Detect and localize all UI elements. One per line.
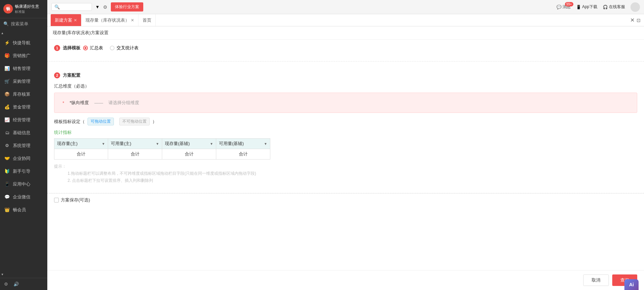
tab-expand-icon[interactable]: ⊡: [637, 18, 641, 23]
col-data-2: 合计: [162, 149, 216, 160]
headset-icon: 🎧: [603, 5, 608, 9]
summary-radio[interactable]: [83, 46, 88, 50]
sidebar-item-inventory[interactable]: 📦库存核算: [0, 88, 47, 101]
sidebar-item-wechat[interactable]: 💬企业微信: [0, 191, 47, 203]
tab-close-new-plan[interactable]: ✕: [74, 18, 77, 23]
col-header-1[interactable]: 可用量(主)▼: [108, 138, 162, 149]
sidebar-item-system[interactable]: ⚙系统管理: [0, 139, 47, 152]
messages-badge: 99+: [565, 2, 573, 6]
cancel-button[interactable]: 取消: [583, 274, 609, 286]
stats-table: 现存量(主)▼可用量(主)▼现存量(基辅)▼可用量(基辅)▼合计合计合计合计: [54, 138, 637, 160]
tip-0: 1.拖动标题栏可以调整布局，不可跨维度或指标区域拖动栏目字段(只能在同一维度或指…: [68, 171, 637, 176]
online-service-button[interactable]: 🎧 在线客服: [603, 4, 625, 10]
sidebar-item-finance[interactable]: 💰资金管理: [0, 101, 47, 114]
tab-label-inventory-status: 现存量（库存状况表）: [85, 17, 129, 23]
main-content: 🔍 ▼ ⚙ 体验行业方案 💬 消息 99+ 📱 App下载 🎧 在线客服 新建方…: [47, 0, 644, 290]
save-checkbox[interactable]: [54, 198, 59, 202]
stats-table-header-row: 现存量(主)▼可用量(主)▼现存量(基辅)▼可用量(基辅)▼: [54, 138, 637, 149]
save-option-row: 方案保存(可选): [47, 193, 644, 207]
col-name-3: 可用量(基辅): [219, 141, 244, 147]
nav-icon-appcenter: 📱: [4, 181, 10, 187]
cross-radio[interactable]: [110, 46, 115, 50]
nav-label-purchase: 采购管理: [13, 78, 30, 84]
user-avatar[interactable]: [630, 2, 640, 12]
step1-badge: 1: [54, 45, 60, 51]
col-data-3: 合计: [216, 149, 270, 160]
nav-label-newcomer: 新手引导: [13, 168, 30, 174]
sidebar-item-member[interactable]: 👑畅会员: [0, 203, 47, 216]
app-download-button[interactable]: 📱 App下载: [576, 4, 597, 10]
sidebar-item-quick-nav[interactable]: ⚡快捷导航: [0, 37, 47, 49]
sound-icon[interactable]: 🔊: [14, 282, 19, 287]
nav-icon-enterprise: 🤝: [4, 155, 10, 162]
ai-badge[interactable]: Ai: [624, 279, 639, 290]
message-icon: 💬: [556, 5, 562, 9]
indicator-settings-row: 模板指标设定（ 可拖动位置 不可拖动位置 ）: [54, 118, 637, 125]
nav-icon-marketing: 🎁: [4, 53, 10, 59]
col-chevron-0: ▼: [102, 142, 105, 146]
col-data-1: 合计: [108, 149, 162, 160]
tab-close-icon[interactable]: ✕: [630, 17, 635, 23]
gear-button[interactable]: ⚙: [103, 4, 107, 10]
save-option-label: 方案保存(可选): [61, 197, 90, 203]
col-header-0[interactable]: 现存量(主)▼: [54, 138, 108, 149]
nav-icon-quick-nav: ⚡: [4, 40, 10, 46]
settings-icon[interactable]: ⚙: [4, 282, 8, 287]
step2-section: 2 方案配置 汇总维度（必选） * *纵向维度 —— 请选择分组维度 模板指标设…: [47, 67, 644, 193]
nav-label-appcenter: 应用中心: [13, 181, 30, 187]
tab-new-plan[interactable]: 新建方案✕: [51, 14, 81, 26]
col-name-1: 可用量(主): [111, 141, 131, 147]
search-menu[interactable]: 🔍 搜索菜单: [0, 18, 47, 30]
topbar-search[interactable]: 🔍: [51, 3, 92, 11]
footer-bar: 取消 查询: [47, 270, 644, 290]
stats-table-data-row: 合计合计合计合计: [54, 149, 637, 160]
sidebar-logo: 畅 畅康通好生意 标准版: [0, 0, 47, 18]
tab-label-home: 首页: [143, 17, 151, 23]
dimension-area[interactable]: * *纵向维度 —— 请选择分组维度: [54, 93, 637, 113]
sidebar-item-marketing[interactable]: 🎁营销推广: [0, 49, 47, 62]
step2-badge: 2: [54, 72, 60, 78]
sidebar-item-basic[interactable]: 🗂基础信息: [0, 126, 47, 139]
sidebar-item-sales[interactable]: 📊销售管理: [0, 62, 47, 75]
stats-label: 统计指标: [54, 129, 637, 136]
search-input[interactable]: [61, 5, 88, 9]
dim-placeholder: 请选择分组维度: [108, 100, 139, 106]
col-name-2: 现存量(基辅): [165, 141, 190, 147]
app-logo-icon: 畅: [3, 4, 13, 14]
nav-icon-newcomer: 🔰: [4, 168, 10, 174]
page-title: 现存量(库存状况表)方案设置: [47, 26, 644, 40]
col-name-0: 现存量(主): [57, 141, 78, 147]
sidebar-item-purchase[interactable]: 🛒采购管理: [0, 75, 47, 88]
sidebar-item-newcomer[interactable]: 🔰新手引导: [0, 165, 47, 178]
draggable-tag: 可拖动位置: [88, 118, 114, 125]
sidebar-scroll-up[interactable]: ▲: [0, 30, 5, 37]
app-logo-text: 畅康通好生意 标准版: [15, 4, 39, 14]
messages-button[interactable]: 💬 消息 99+: [556, 4, 571, 10]
col-header-3[interactable]: 可用量(基辅)▼: [216, 138, 270, 149]
summary-dim-label: 汇总维度（必选）: [54, 83, 637, 89]
page-content: 现存量(库存状况表)方案设置 1 选择模板 汇总表 交叉统计表: [47, 26, 644, 270]
col-header-2[interactable]: 现存量(基辅)▼: [162, 138, 216, 149]
tab-inventory-status[interactable]: 现存量（库存状况表）✕: [81, 14, 139, 26]
col-chevron-2: ▼: [210, 142, 213, 146]
dropdown-icon[interactable]: ▼: [95, 4, 100, 9]
nav-icon-wechat: 💬: [4, 194, 10, 200]
sidebar-item-appcenter[interactable]: 📱应用中心: [0, 178, 47, 191]
sidebar: 畅 畅康通好生意 标准版 🔍 搜索菜单 ▲ ⚡快捷导航🎁营销推广📊销售管理🛒采购…: [0, 0, 47, 290]
tab-home[interactable]: 首页: [139, 14, 156, 26]
summary-table-option[interactable]: 汇总表: [83, 45, 103, 51]
nav-label-sales: 销售管理: [13, 66, 30, 72]
sidebar-nav: ⚡快捷导航🎁营销推广📊销售管理🛒采购管理📦库存核算💰资金管理📈经营管理🗂基础信息…: [0, 37, 47, 271]
col-chevron-1: ▼: [156, 142, 159, 146]
tab-close-inventory-status[interactable]: ✕: [131, 18, 134, 23]
search-icon-small: 🔍: [54, 4, 60, 9]
sidebar-item-enterprise[interactable]: 🤝企业协同: [0, 152, 47, 165]
nav-label-inventory: 库存核算: [13, 91, 30, 97]
sidebar-item-operation[interactable]: 📈经营管理: [0, 114, 47, 126]
sidebar-bottom: ⚙ 🔊: [0, 278, 47, 290]
nav-icon-sales: 📊: [4, 66, 10, 72]
sidebar-scroll-down[interactable]: ▼: [0, 271, 5, 278]
industry-plan-button[interactable]: 体验行业方案: [111, 2, 143, 11]
cross-table-option[interactable]: 交叉统计表: [110, 45, 139, 51]
nav-icon-purchase: 🛒: [4, 78, 10, 84]
